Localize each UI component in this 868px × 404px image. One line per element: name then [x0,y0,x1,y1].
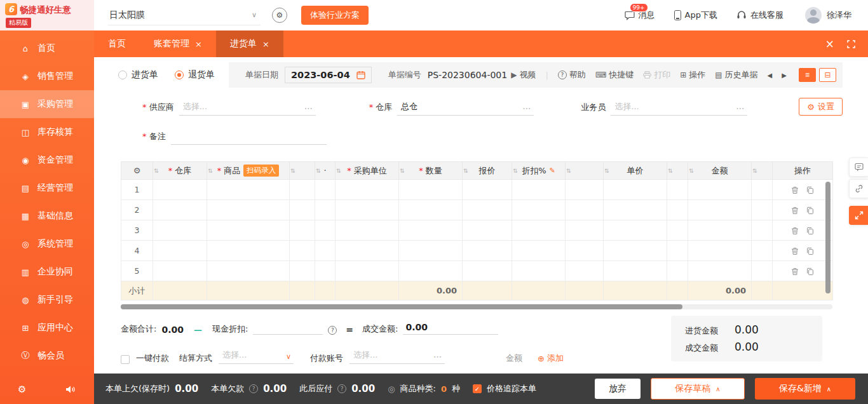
date-input[interactable]: 2023-06-04 [285,67,372,83]
cell-spec[interactable] [290,220,315,241]
cell-quote[interactable] [463,261,512,281]
column-header-unit[interactable]: ⇅采购单位 [336,162,399,180]
column-header-warehouse[interactable]: ⇅仓库 [153,162,207,180]
cell-spec[interactable] [290,261,315,281]
cell-unit[interactable] [336,180,399,200]
sort-icon[interactable]: ⇅ [752,168,757,174]
username[interactable]: 徐泽华 [827,10,851,21]
account-more-icon[interactable]: ⋯ [433,353,442,361]
column-header-amount[interactable]: ⇅金额 [688,162,752,180]
cell-model[interactable] [315,180,336,200]
sidebar-item-operations[interactable]: ▤经营管理 [0,174,94,202]
sidebar-item-app-center[interactable]: ⊞应用中心 [0,314,94,342]
sidebar-item-base-info[interactable]: ▦基础信息 [0,202,94,230]
cell-warehouse[interactable] [153,261,207,281]
sidebar-item-guide[interactable]: ◍新手引导 [0,286,94,314]
sidebar-item-funds[interactable]: ◉资金管理 [0,146,94,174]
cell-unit[interactable] [336,200,399,220]
cell-c13[interactable] [752,180,773,200]
cell-qty[interactable] [399,261,463,281]
cell-unit[interactable] [336,241,399,261]
cell-c9[interactable] [566,261,604,281]
cell-spec[interactable] [290,241,315,261]
cell-amount[interactable] [688,180,752,200]
cell-c9[interactable] [566,241,604,261]
sidebar-item-home[interactable]: ⌂首页 [0,34,94,62]
column-header-quote[interactable]: ⇅报价 [463,162,512,180]
debt-help-icon[interactable]: ? [249,384,258,393]
cell-c9[interactable] [566,220,604,241]
cell-qty[interactable] [399,241,463,261]
tab-close-icon[interactable]: × [195,39,202,49]
cell-discount[interactable] [512,200,566,220]
radio-return-order[interactable]: 退货单 [175,69,215,81]
nav-right-icon[interactable]: ▶ [782,72,787,79]
cell-c11[interactable] [667,180,688,200]
cell-c13[interactable] [752,200,773,220]
scan-entry-button[interactable]: 扫码录入 [243,165,279,177]
cash-discount-help-icon[interactable]: ? [328,326,337,335]
cell-c13[interactable] [752,241,773,261]
one-click-pay-checkbox[interactable] [121,355,130,364]
delete-row-icon[interactable] [791,247,799,255]
sidebar-item-purchase[interactable]: ▣采购管理 [0,90,94,118]
sort-icon[interactable]: ⇅ [336,168,341,174]
print-button[interactable]: 打印 [643,69,670,81]
help-button[interactable]: ? 帮助 [558,69,586,81]
sort-icon[interactable]: ⇅ [154,168,159,174]
column-header-price[interactable]: ⇅单价 [604,162,667,180]
column-header-ops[interactable]: 操作 [773,162,833,180]
column-header-model[interactable]: ⇅· [315,162,336,180]
trial-solution-button[interactable]: 体验行业方案 [301,6,369,25]
company-settings-icon[interactable]: ⚙ [272,8,287,23]
link-icon[interactable] [849,179,868,198]
sidebar-item-system[interactable]: ◎系统管理 [0,230,94,258]
cell-c11[interactable] [667,200,688,220]
tab-home[interactable]: 首页 [94,30,140,57]
cell-model[interactable] [315,261,336,281]
column-header-product[interactable]: ⇅商品扫码录入 [207,162,290,180]
sort-icon[interactable]: ⇅ [208,168,213,174]
deal-amount-input[interactable]: 0.00 [403,322,498,335]
sort-icon[interactable]: ⇅ [463,168,468,174]
column-header-discount[interactable]: ⇅折扣%✎ [512,162,566,180]
add-payment-button[interactable]: ⊕ 添加 [538,353,564,364]
cell-price[interactable] [604,220,667,241]
column-header-qty[interactable]: ⇅数量 [399,162,463,180]
hotkeys-button[interactable]: ⌨ 快捷键 [595,69,634,81]
expand-icon[interactable] [849,206,868,225]
cell-c9[interactable] [566,180,604,200]
cell-price[interactable] [604,241,667,261]
history-button[interactable]: ▤ 历史单据 [715,69,757,81]
save-draft-button[interactable]: 保存草稿 ∧ [651,378,745,400]
messages-button[interactable]: 99+ 消息 [625,10,655,21]
delete-row-icon[interactable] [791,227,799,235]
copy-row-icon[interactable] [806,247,814,255]
cell-model[interactable] [315,200,336,220]
video-button[interactable]: ▶ 视频 [511,69,536,81]
vertical-scrollbar[interactable] [825,182,831,293]
sort-icon[interactable]: ⇅ [668,168,673,174]
cell-product[interactable] [207,261,290,281]
cell-product[interactable] [207,241,290,261]
cell-product[interactable] [207,200,290,220]
settings-button[interactable]: ⚙ 设置 [799,98,843,116]
cell-unit[interactable] [336,261,399,281]
cell-c13[interactable] [752,220,773,241]
sort-icon[interactable]: ⇅ [689,168,694,174]
cell-discount[interactable] [512,220,566,241]
cell-product[interactable] [207,220,290,241]
cell-amount[interactable] [688,220,752,241]
scrollbar-thumb[interactable] [121,304,682,309]
column-header-settings[interactable]: ⚙ [121,162,153,180]
cell-discount[interactable] [512,261,566,281]
cell-c11[interactable] [667,241,688,261]
cell-qty[interactable] [399,200,463,220]
tab-close-icon[interactable]: × [262,39,269,49]
user-avatar[interactable] [805,7,822,24]
sort-icon[interactable]: ⇅ [316,168,321,174]
cell-qty[interactable] [399,180,463,200]
view-grid-button[interactable]: ⊟ [819,68,836,82]
scrollbar-thumb[interactable] [825,182,831,293]
cell-price[interactable] [604,180,667,200]
